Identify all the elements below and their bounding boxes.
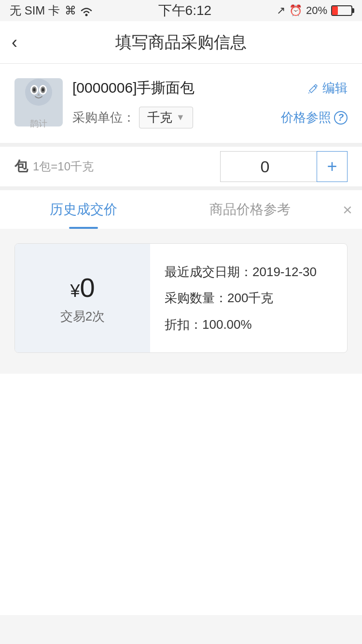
page-title: 填写商品采购信息 [115, 31, 247, 54]
product-info: [0000006]手撕面包 编辑 采购单位： 千克 ▼ [72, 78, 348, 128]
svg-line-9 [308, 93, 309, 93]
quantity-input-group: + [220, 151, 348, 182]
price-ref-button[interactable]: 价格参照 ? [281, 109, 348, 126]
alarm-icon: ⏰ [289, 4, 302, 17]
quantity-plus-button[interactable]: + [317, 151, 348, 182]
svg-point-6 [33, 88, 36, 92]
dropdown-arrow-icon: ▼ [176, 112, 185, 123]
location-icon: ↗ [277, 4, 285, 17]
product-top-row: 鹊计 [0000006]手撕面包 编辑 采购单位： [14, 78, 348, 128]
svg-point-0 [85, 14, 87, 16]
battery-percent: 20% [306, 4, 327, 17]
history-panel: ¥0 交易2次 最近成交日期：2019-12-30 采购数量：200千克 折扣：… [0, 229, 362, 374]
quantity-unit-badge: 包 [14, 157, 28, 176]
price-ref-label: 价格参照 [281, 109, 331, 126]
tab-close-button[interactable]: × [333, 190, 362, 229]
info-icon: ? [334, 111, 348, 125]
unit-label: 采购单位： [72, 109, 135, 126]
unit-dropdown[interactable]: 千克 ▼ [139, 107, 193, 128]
history-card-left: ¥0 交易2次 [15, 244, 150, 352]
price-value: 0 [80, 272, 95, 303]
purchase-qty-label: 采购数量： [165, 291, 227, 305]
unit-value: 千克 [147, 109, 172, 126]
quantity-label-group: 包 1包=10千克 [14, 157, 94, 176]
status-bar: 无 SIM 卡 ⌘ 下午6:12 ↗ ⏰ 20% [0, 0, 362, 21]
discount-row: 折扣：100.00% [165, 316, 333, 333]
history-card-right: 最近成交日期：2019-12-30 采购数量：200千克 折扣：100.00% [150, 244, 347, 352]
discount-value: 100.00% [202, 317, 252, 332]
product-image: 鹊计 [14, 78, 63, 126]
recent-date-label: 最近成交日期： [165, 265, 252, 279]
price-symbol: ¥ [70, 281, 80, 301]
tab-price-ref[interactable]: 商品价格参考 [167, 190, 333, 229]
history-card: ¥0 交易2次 最近成交日期：2019-12-30 采购数量：200千克 折扣：… [14, 243, 348, 353]
purchase-qty-row: 采购数量：200千克 [165, 289, 333, 307]
product-logo [22, 75, 56, 118]
history-price: ¥0 [70, 272, 95, 303]
product-unit-row: 采购单位： 千克 ▼ 价格参照 ? [72, 107, 348, 128]
tab-history-price[interactable]: 历史成交价 [0, 190, 167, 229]
status-right: ↗ ⏰ 20% [277, 4, 352, 17]
tab-underline [69, 227, 98, 229]
battery-icon [331, 5, 352, 16]
trade-count: 交易2次 [60, 308, 105, 325]
quantity-unit-ratio: 1包=10千克 [33, 159, 94, 174]
product-name-row: [0000006]手撕面包 编辑 [72, 78, 348, 98]
page-header: ‹ 填写商品采购信息 [0, 21, 362, 64]
purchase-qty-value: 200千克 [227, 291, 273, 305]
recent-date-value: 2019-12-30 [252, 265, 317, 279]
unit-label-group: 采购单位： 千克 ▼ [72, 107, 193, 128]
back-button[interactable]: ‹ [12, 32, 17, 53]
edit-button[interactable]: 编辑 [308, 80, 348, 97]
svg-point-7 [42, 88, 44, 92]
recent-date-row: 最近成交日期：2019-12-30 [165, 263, 333, 280]
product-logo-text: 鹊计 [22, 118, 56, 129]
product-card: 鹊计 [0000006]手撕面包 编辑 采购单位： [0, 64, 362, 143]
wifi-icon: ⌘ [65, 4, 93, 17]
quantity-section: 包 1包=10千克 + [0, 143, 362, 186]
remaining-area [0, 374, 362, 615]
tabs-bar: 历史成交价 商品价格参考 × [0, 186, 362, 229]
status-left: 无 SIM 卡 ⌘ [10, 3, 93, 18]
sim-status: 无 SIM 卡 [10, 3, 60, 18]
status-time: 下午6:12 [158, 1, 212, 20]
svg-point-1 [25, 79, 52, 106]
product-name: [0000006]手撕面包 [72, 78, 195, 98]
quantity-input[interactable] [220, 151, 317, 182]
discount-label: 折扣： [165, 317, 202, 332]
